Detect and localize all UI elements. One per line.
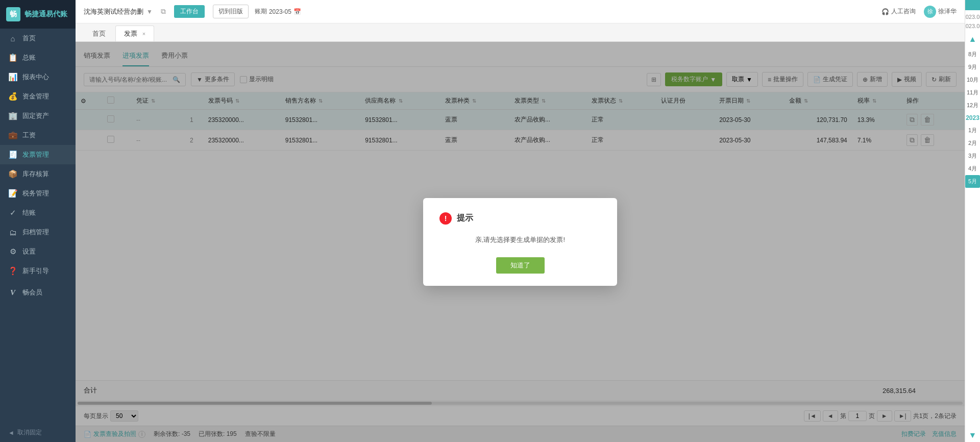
topbar: 沈海英测试经营勿删 ▼ ⧉ 工作台 切到旧版 账期 2023-05 📅 🎧 人工… [76,0,965,23]
period-month-3[interactable]: 3月 [965,150,980,162]
sidebar-item-reports[interactable]: 📊 报表中心 [0,67,76,87]
sidebar-item-label: 工资 [22,131,36,140]
logo-icon: 畅 [6,7,20,21]
sidebar-item-label: 归档管理 [22,228,49,237]
reports-icon: 📊 [8,72,17,82]
cancel-fixed-label: 取消固定 [17,428,42,437]
tab-invoice[interactable]: 发票 × [115,26,154,41]
headset-icon: 🎧 [881,8,889,15]
modal-overlay: ! 提示 亲,请先选择要生成单据的发票! 知道了 [76,42,965,442]
home-icon: ⌂ [8,34,17,43]
sidebar: 畅 畅捷通易代账 ⌂ 首页 📋 总账 📊 报表中心 💰 资金管理 🏢 固定资产 … [0,0,76,442]
invoice-icon: 🧾 [8,150,17,159]
prompt-modal: ! 提示 亲,请先选择要生成单据的发票! 知道了 [423,198,617,286]
sidebar-item-label: 首页 [22,34,36,43]
period-value: 2023-05 [269,8,291,15]
settings-icon: ⚙ [8,247,17,256]
sidebar-item-ledger[interactable]: 📋 总账 [0,48,76,67]
sidebar-item-label: 资金管理 [22,92,49,101]
year-label-2023b: 2023.05 [965,21,980,31]
calendar-icon[interactable]: 📅 [293,8,301,15]
archive-icon: 🗂 [8,228,17,237]
sidebar-item-home[interactable]: ⌂ 首页 [0,29,76,48]
user-name: 徐泽华 [938,7,957,16]
period-month-9[interactable]: 9月 [965,61,980,73]
period-month-8[interactable]: 8月 [965,48,980,61]
modal-title-row: ! 提示 [439,212,601,225]
sidebar-item-settlement[interactable]: ✓ 结账 [0,203,76,223]
period-month-1[interactable]: 1月 [965,124,980,137]
period-month-4[interactable]: 4月 [965,162,980,175]
period-month-2[interactable]: 2月 [965,137,980,150]
modal-title: 提示 [457,213,473,224]
sidebar-item-label: 发票管理 [22,150,49,159]
user-menu[interactable]: 徐 徐泽华 [924,6,957,18]
sidebar-item-label: 总账 [22,53,36,62]
period-month-11[interactable]: 11月 [965,86,980,99]
tab-invoice-label: 发票 [124,30,137,37]
tab-home-label: 首页 [92,30,106,37]
switch-version-button[interactable]: 切到旧版 [213,5,249,18]
period-up-icon[interactable]: ▲ [969,35,977,44]
app-name: 畅捷通易代账 [24,10,67,19]
sidebar-item-guide[interactable]: ❓ 新手引导 [0,261,76,281]
period-label: 账期 [255,7,267,16]
sidebar-cancel-fixed[interactable]: ◄ 取消固定 [0,423,76,442]
sidebar-item-salary[interactable]: 💼 工资 [0,126,76,145]
year-label-2023a: 2023.05 [965,12,980,21]
modal-ok-button[interactable]: 知道了 [496,257,545,274]
warning-icon: ! [439,212,452,225]
sidebar-item-label: 税务管理 [22,189,49,198]
sidebar-item-invoice[interactable]: 🧾 发票管理 [0,145,76,164]
period-nav-down: ▼ [965,429,980,442]
ledger-icon: 📋 [8,53,17,62]
company-selector[interactable]: 沈海英测试经营勿删 ▼ [84,7,153,16]
main-area: 沈海英测试经营勿删 ▼ ⧉ 工作台 切到旧版 账期 2023-05 📅 🎧 人工… [76,0,965,442]
sidebar-item-assets[interactable]: 🏢 固定资产 [0,106,76,126]
tax-icon: 📝 [8,189,17,198]
content-area: 销项发票 进项发票 费用小票 🔍 ▼ 更多条件 显示明细 [76,42,965,442]
sidebar-item-inventory[interactable]: 📦 库存核算 [0,164,76,184]
sidebar-item-label: 新手引导 [22,266,49,276]
sidebar-item-label: 库存核算 [22,169,49,179]
modal-body: 亲,请先选择要生成单据的发票! [439,235,601,245]
sidebar-item-archive[interactable]: 🗂 归档管理 [0,223,76,242]
sidebar-item-label: 畅会员 [22,288,42,297]
period-month-5[interactable]: 5月 [965,175,980,188]
modal-footer: 知道了 [439,257,601,274]
period-display: 账期 2023-05 📅 [255,7,301,16]
sidebar-item-label: 报表中心 [22,72,49,82]
sidebar-item-label: 固定资产 [22,111,49,120]
avatar: 徐 [924,6,936,18]
tab-home[interactable]: 首页 [84,26,114,41]
sidebar-item-settings[interactable]: ⚙ 设置 [0,242,76,261]
salary-icon: 💼 [8,131,17,140]
period-down-icon[interactable]: ▼ [969,431,977,440]
sidebar-item-label: 设置 [22,247,36,256]
sidebar-item-label: 结账 [22,208,36,217]
period-month-10[interactable]: 10月 [965,73,980,86]
guide-icon: ❓ [8,266,17,276]
period-selector-panel: 期间选择 2023.05 2023.05 ▲ 8月 9月 10月 11月 12月… [965,0,980,442]
settlement-icon: ✓ [8,208,17,217]
period-header[interactable]: 期间选择 [965,0,980,10]
inventory-icon: 📦 [8,169,17,179]
period-month-12[interactable]: 12月 [965,99,980,112]
sidebar-item-tax[interactable]: 📝 税务管理 [0,184,76,203]
copy-company-button[interactable]: ⧉ [159,6,168,17]
workspace-button[interactable]: 工作台 [174,5,205,18]
period-nav-up: ▲ [965,33,980,46]
funds-icon: 💰 [8,92,17,101]
tab-close-icon[interactable]: × [142,31,145,37]
company-name: 沈海英测试经营勿删 [84,7,143,16]
topbar-right: 🎧 人工咨询 徐 徐泽华 [881,6,957,18]
sidebar-logo: 畅 畅捷通易代账 [0,0,76,29]
assets-icon: 🏢 [8,111,17,120]
service-label: 人工咨询 [891,7,916,16]
member-icon: V [8,288,17,297]
sidebar-item-member[interactable]: V 畅会员 [0,283,76,302]
service-button[interactable]: 🎧 人工咨询 [881,7,916,16]
period-year-2023[interactable]: 2023 [965,112,980,124]
tabs-bar: 首页 发票 × [76,23,965,42]
sidebar-item-funds[interactable]: 💰 资金管理 [0,87,76,106]
